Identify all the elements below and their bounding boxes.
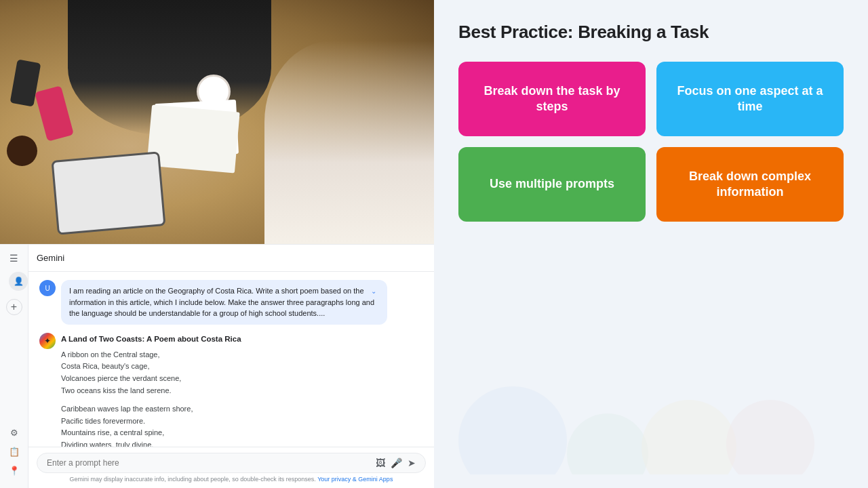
right-panel: Best Practice: Breaking a Task Break dow… xyxy=(434,0,868,488)
card-label-3: Use multiple prompts xyxy=(490,176,614,192)
card-label-4: Break down complex information xyxy=(670,169,830,201)
settings-icon[interactable]: ⚙ xyxy=(7,426,21,439)
gemini-avatar: ✦ xyxy=(39,333,56,349)
card-label-1: Break down the task by steps xyxy=(472,83,632,115)
user-message-text: I am reading an article on the Geography… xyxy=(69,287,374,317)
chat-footer: 🖼 🎤 ➤ Gemini may display inaccurate info… xyxy=(28,447,434,488)
ai-response-title: A Land of Two Coasts: A Poem about Costa… xyxy=(61,333,423,345)
expand-message-icon[interactable]: ⌄ xyxy=(368,285,379,296)
chat-title: Gemini xyxy=(37,253,64,263)
user-message: U I am reading an article on the Geograp… xyxy=(39,280,423,325)
coffee-cup xyxy=(7,136,37,166)
ai-content: A Land of Two Coasts: A Poem about Costa… xyxy=(61,333,423,447)
clipboard-icon[interactable]: 📋 xyxy=(7,445,21,458)
send-icon[interactable]: ➤ xyxy=(408,458,416,468)
location-icon[interactable]: 📍 xyxy=(7,464,21,477)
card-focus-one-aspect[interactable]: Focus on one aspect at a time xyxy=(656,62,844,136)
image-upload-icon[interactable]: 🖼 xyxy=(376,458,385,468)
privacy-link[interactable]: Your privacy & Gemini Apps xyxy=(317,476,393,483)
card-label-2: Focus on one aspect at a time xyxy=(670,83,830,115)
ai-stanza-2: Caribbean waves lap the eastern shore, P… xyxy=(61,403,423,447)
chat-disclaimer: Gemini may display inaccurate info, incl… xyxy=(37,476,426,483)
menu-icon[interactable]: ☰ xyxy=(6,250,22,266)
microphone-icon[interactable]: 🎤 xyxy=(391,458,402,468)
chat-input-bar: 🖼 🎤 ➤ xyxy=(37,453,426,473)
chat-header: Gemini xyxy=(28,245,434,272)
user-bubble: I am reading an article on the Geography… xyxy=(61,280,387,325)
hero-image xyxy=(0,0,434,244)
ai-stanza-1: A ribbon on the Central stage, Costa Ric… xyxy=(61,349,423,396)
person-silhouette-bottom xyxy=(264,41,434,244)
profile-avatar[interactable]: 👤 xyxy=(9,272,28,291)
chat-panel: ☰ 👤 + ⚙ 📋 📍 Gemini U I am rea xyxy=(0,244,434,488)
new-chat-button[interactable]: + xyxy=(6,299,22,315)
card-break-down-steps[interactable]: Break down the task by steps xyxy=(458,62,646,136)
user-avatar: U xyxy=(39,280,56,296)
tablet-device xyxy=(52,151,166,235)
chat-main: Gemini U I am reading an article on the … xyxy=(28,245,434,488)
chat-input[interactable] xyxy=(47,458,370,468)
card-multiple-prompts[interactable]: Use multiple prompts xyxy=(458,147,646,222)
left-panel: ☰ 👤 + ⚙ 📋 📍 Gemini U I am rea xyxy=(0,0,434,488)
chat-body[interactable]: U I am reading an article on the Geograp… xyxy=(28,272,434,447)
ai-message: ✦ A Land of Two Coasts: A Poem about Cos… xyxy=(39,333,423,447)
sidebar-bottom-icons: ⚙ 📋 📍 xyxy=(7,426,21,483)
card-break-down-complex[interactable]: Break down complex information xyxy=(656,147,844,222)
cards-grid: Break down the task by steps Focus on on… xyxy=(458,62,844,466)
page-title: Best Practice: Breaking a Task xyxy=(458,22,844,43)
paper-document-2 xyxy=(146,105,239,174)
chat-sidebar: ☰ 👤 + ⚙ 📋 📍 xyxy=(0,245,28,488)
